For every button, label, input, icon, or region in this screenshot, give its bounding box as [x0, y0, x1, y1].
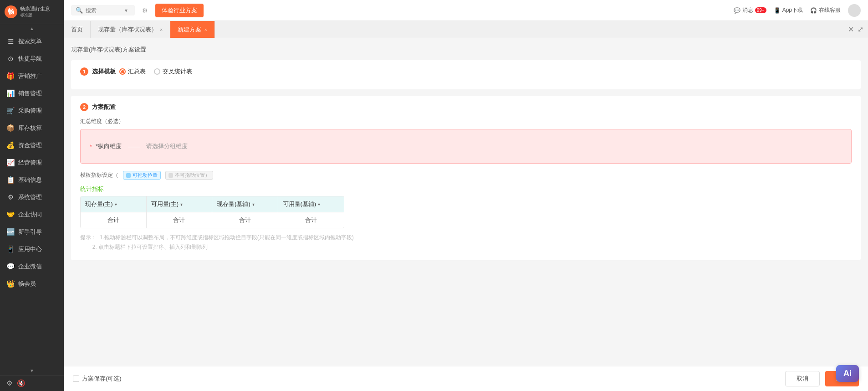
sidebar-item-basic-info[interactable]: 📋 基础信息 [0, 171, 64, 189]
col3-chevron-icon[interactable]: ▾ [252, 202, 255, 207]
sidebar-item-finance[interactable]: 💰 资金管理 [0, 137, 64, 154]
headset-icon: 🎧 [810, 7, 817, 14]
draggable-indicator [126, 173, 131, 178]
topbar-right: 💬 消息 99+ 📱 App下载 🎧 在线客服 [734, 4, 861, 17]
col2-chevron-icon[interactable]: ▾ [180, 202, 183, 207]
settings-icon[interactable]: ⚙ [6, 379, 12, 387]
non-draggable-badge: 不可拖动位置） [165, 171, 213, 180]
indicator-settings-label: 模板指标设定（ 可拖动位置 不可拖动位置） [80, 171, 852, 180]
collab-icon: 🤝 [6, 211, 15, 219]
topbar-app[interactable]: 📱 App下载 [774, 6, 803, 14]
page-title: 现存量(库存状况表)方案设置 [71, 46, 861, 54]
sidebar-item-quicknav[interactable]: ⊙ 快捷导航 [0, 50, 64, 67]
step1-header: 1 选择模板 汇总表 交叉统计表 [80, 67, 852, 76]
sidebar-scroll-up[interactable]: ▲ [0, 24, 64, 33]
system-icon: ⚙ [6, 193, 15, 201]
sidebar-item-system[interactable]: ⚙ 系统管理 [0, 189, 64, 206]
radio-cross[interactable]: 交叉统计表 [154, 67, 192, 76]
draggable-badge: 可拖动位置 [123, 171, 161, 180]
dimension-divider: —— [128, 143, 140, 150]
stats-col-2-header: 可用量(主) ▾ [147, 196, 213, 212]
step1-badge: 1 [80, 67, 88, 76]
topbar-msg[interactable]: 💬 消息 99+ [734, 6, 766, 14]
topbar-gear-icon[interactable]: ⚙ [140, 5, 150, 16]
save-checkbox[interactable] [73, 376, 79, 382]
msg-icon: 💬 [734, 7, 740, 14]
stats-table-body: 合计 合计 合计 合计 [81, 212, 344, 228]
save-check[interactable]: 方案保存(可选) [73, 375, 122, 383]
radio-summary-dot [119, 68, 126, 75]
indicator-settings: 模板指标设定（ 可拖动位置 不可拖动位置） [80, 171, 852, 180]
search-input[interactable] [86, 7, 122, 14]
sidebar-item-collab[interactable]: 🤝 企业协同 [0, 206, 64, 223]
tabs-bar: 首页 现存量（库存状况表） × 新建方案 × ✕ ⤢ [64, 21, 868, 38]
tips-section: 提示： 1.拖动标题栏可以调整布局，不可跨维度或指标区域拖动拦目字段(只能在同一… [80, 234, 852, 251]
search-icon: 🔍 [76, 7, 83, 14]
summary-dimension-label: 汇总维度（必选） [80, 118, 852, 125]
trial-btn[interactable]: 体验行业方案 [155, 4, 204, 17]
radio-summary[interactable]: 汇总表 [119, 67, 146, 76]
tab-expand-icon[interactable]: ⤢ [858, 25, 863, 34]
step2-header: 2 方案配置 [80, 103, 852, 111]
topbar-service[interactable]: 🎧 在线客服 [810, 6, 841, 14]
col1-chevron-icon[interactable]: ▾ [115, 202, 117, 207]
stats-col-3-header: 现存量(基辅) ▾ [212, 196, 278, 212]
basic-info-icon: 📋 [6, 176, 15, 184]
sidebar-item-marketing[interactable]: 🎁 营销推广 [0, 67, 64, 85]
sidebar-bottom: ⚙ 🔇 [0, 375, 64, 391]
step2-title: 方案配置 [92, 103, 116, 111]
radio-cross-dot [154, 68, 160, 75]
sidebar-item-purchase[interactable]: 🛒 采购管理 [0, 102, 64, 119]
sidebar-item-wecom[interactable]: 💬 企业微信 [0, 258, 64, 275]
sidebar-nav: ☰ 搜索菜单 ⊙ 快捷导航 🎁 营销推广 📊 销售管理 🛒 采购管理 📦 库存核… [0, 33, 64, 366]
sidebar-item-operations[interactable]: 📈 经营管理 [0, 154, 64, 171]
footer-bar: 方案保存(可选) 取消 查询 [64, 366, 868, 391]
step1-section: 1 选择模板 汇总表 交叉统计表 [71, 60, 861, 89]
sidebar-scroll-down[interactable]: ▼ [0, 366, 64, 375]
tab-close-window-icon[interactable]: ✕ [848, 25, 854, 34]
user-avatar[interactable] [848, 4, 861, 17]
dimension-area[interactable]: * *纵向维度 —— 请选择分组维度 [80, 129, 852, 164]
tab-new-plan-close-icon[interactable]: × [204, 27, 207, 32]
sidebar-item-newuser[interactable]: 🆕 新手引导 [0, 223, 64, 241]
tab-inventory-status[interactable]: 现存量（库存状况表） × [91, 21, 170, 38]
sound-icon[interactable]: 🔇 [17, 379, 26, 387]
step1-title: 选择模板 [92, 67, 116, 76]
purchase-icon: 🛒 [6, 107, 15, 115]
stats-col-1-agg: 合计 [81, 212, 147, 228]
tab-home[interactable]: 首页 [64, 21, 91, 38]
tab-inventory-close-icon[interactable]: × [160, 27, 163, 32]
ai-fab-button[interactable]: Ai [836, 365, 859, 382]
sidebar: 畅 畅康通好生意 标准版 ▲ ☰ 搜索菜单 ⊙ 快捷导航 🎁 营销推广 📊 销售… [0, 0, 64, 391]
cancel-button[interactable]: 取消 [785, 371, 820, 386]
tab-new-plan[interactable]: 新建方案 × [170, 21, 214, 38]
stats-col-4-header: 可用量(基辅) ▾ [278, 196, 344, 212]
sidebar-item-inventory[interactable]: 📦 库存核算 [0, 119, 64, 137]
vertical-dimension-label: *纵向维度 [96, 142, 122, 150]
logo-text: 畅康通好生意 标准版 [20, 5, 50, 18]
sidebar-item-search[interactable]: ☰ 搜索菜单 [0, 33, 64, 50]
tip-1: 提示： 1.拖动标题栏可以调整布局，不可跨维度或指标区域拖动拦目字段(只能在同一… [80, 234, 852, 242]
operations-icon: 📈 [6, 159, 15, 167]
stats-label: 统计指标 [80, 185, 852, 193]
sidebar-item-sales[interactable]: 📊 销售管理 [0, 85, 64, 102]
appstore-icon: 📱 [6, 245, 15, 253]
inventory-icon: 📦 [6, 124, 15, 132]
step2-section: 2 方案配置 汇总维度（必选） * *纵向维度 —— 请选择分组维度 模板指标设… [71, 96, 861, 260]
tip-2: 2. 点击标题栏下拉可设置排序、插入列和删除列 [80, 243, 852, 251]
newuser-icon: 🆕 [6, 228, 15, 236]
sales-icon: 📊 [6, 89, 15, 98]
sidebar-item-appstore[interactable]: 📱 应用中心 [0, 241, 64, 258]
col4-chevron-icon[interactable]: ▾ [318, 202, 320, 207]
stats-col-3-agg: 合计 [212, 212, 278, 228]
quicknav-icon: ⊙ [6, 55, 15, 63]
template-radio-group: 汇总表 交叉统计表 [119, 67, 192, 76]
stats-table-header: 现存量(主) ▾ 可用量(主) ▾ 现存量(基辅) ▾ 可用量(基辅) ▾ [81, 196, 344, 212]
search-dropdown-icon[interactable]: ▾ [125, 7, 128, 14]
stats-col-4-agg: 合计 [278, 212, 344, 228]
dimension-required-star: * [90, 143, 92, 150]
main-content: 现存量(库存状况表)方案设置 1 选择模板 汇总表 交叉统计表 [64, 38, 868, 366]
search-box[interactable]: 🔍 ▾ [71, 5, 135, 15]
sidebar-item-member[interactable]: 👑 畅会员 [0, 275, 64, 293]
main-area: 🔍 ▾ ⚙ 体验行业方案 💬 消息 99+ 📱 App下载 🎧 在线客服 [64, 0, 868, 391]
